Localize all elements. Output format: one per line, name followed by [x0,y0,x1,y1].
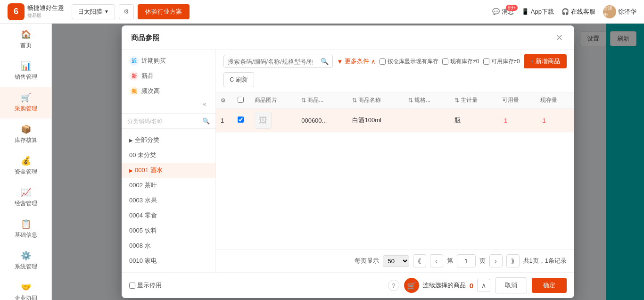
sales-icon: 📊 [21,61,31,71]
cat-item-0004[interactable]: 0004 零食 [122,208,215,223]
sidebar-label-finance: 资金管理 [15,168,37,176]
select-all-checkbox[interactable] [238,97,244,103]
search-input[interactable] [224,56,317,67]
top-nav: 6 畅捷通好生意 捷易版 日太阳膜 ▼ ⚙ 体验行业方案 💬 消息 99+ 📱 … [0,0,644,24]
filter-usable-check[interactable]: 可用库存≠0 [483,58,520,66]
add-product-button[interactable]: + 新增商品 [524,54,567,68]
cart-icon[interactable]: 🛒 [404,278,419,293]
nav-right: 💬 消息 99+ 📱 App下载 🎧 在线客服 徐泽华 徐泽华 [492,5,636,18]
message-icon: 💬 [492,8,500,15]
cancel-button[interactable]: 取消 [495,277,527,293]
cat-item-00[interactable]: 00 未分类 [122,148,215,163]
category-panel: 近 近期购买 新 新品 频 频次高 [122,50,216,272]
sidebar-item-business[interactable]: 📈 经营管理 [0,182,51,213]
filter-available-check[interactable]: 现有库存≠0 [442,58,479,66]
dialog-header: 商品参照 ✕ [122,25,574,50]
app-download-nav[interactable]: 📱 App下载 [521,8,554,16]
th-settings[interactable]: ⚙ [216,92,233,108]
dialog-footer: 显示停用 ? 🛒 连续选择的商品 0 ∧ [122,272,574,298]
modal-overlay: 商品参照 ✕ 近 近期购买 [52,24,644,300]
sidebar-item-purchase[interactable]: 🛒 采购管理 [0,87,51,118]
th-unit[interactable]: ⇅ 主计量 [450,92,497,108]
sidebar-item-sales[interactable]: 📊 销售管理 [0,55,51,87]
more-filter-button[interactable]: ▼ 更多条件 ∧ [337,57,376,66]
cart-area: 🛒 连续选择的商品 0 ∧ [404,278,490,293]
close-icon[interactable]: ✕ [553,32,565,43]
category-search-input[interactable] [127,118,200,125]
cat-item-0003[interactable]: 0003 水果 [122,193,215,208]
product-table-wrap: ⚙ 商品图片 [216,92,574,249]
page-next-button[interactable]: › [489,254,503,267]
sort-arrow-icon: ⇅ [301,97,306,104]
avatar: 徐泽华 [603,5,616,18]
category-search: 🔍 [122,114,215,129]
warehouse-checkbox[interactable] [380,58,386,65]
confirm-button[interactable]: 确定 [532,278,567,293]
show-disabled-check[interactable]: 显示停用 [129,281,162,290]
sidebar-item-basic[interactable]: 📋 基础信息 [0,213,51,245]
cat-item-0005[interactable]: 0005 饮料 [122,223,215,238]
page-prev-button[interactable]: ‹ [430,254,443,267]
finance-icon: 💰 [21,156,31,166]
cell-index: 1 [216,108,233,133]
cat-item-all[interactable]: ▶ 全部分类 [122,133,215,148]
customer-service-nav[interactable]: 🎧 在线客服 [561,8,595,16]
help-icon[interactable]: ? [388,280,399,291]
page-last-button[interactable]: ⟫ [506,254,520,267]
page-number-input[interactable] [457,254,476,267]
cell-stock: -1 [536,108,574,133]
footer-left: 显示停用 [129,281,162,290]
th-stock[interactable]: 现存量 [536,92,574,108]
search-icon[interactable]: 🔍 [202,117,210,125]
collapse-button[interactable]: « [127,99,210,109]
disabled-checkbox[interactable] [129,283,135,289]
th-name[interactable]: ⇅ 商品名称 [347,92,404,108]
shortcut-recent[interactable]: 近 近期购买 [127,53,210,68]
sidebar-item-system[interactable]: ⚙️ 系统管理 [0,245,51,276]
user-avatar-nav[interactable]: 徐泽华 徐泽华 [603,5,636,18]
gear-icon[interactable]: ⚙ [119,4,134,19]
cell-name: 白酒100ml [347,108,404,133]
active-arrow-icon: ▶ [129,168,133,173]
sidebar-label-basic: 基础信息 [15,231,37,239]
search-button-icon[interactable]: 🔍 [317,55,332,67]
cat-item-0010[interactable]: 0010 家电 [122,253,215,268]
messages-nav[interactable]: 💬 消息 99+ [492,8,514,16]
cat-item-0001[interactable]: ▶ 0001 酒水 [122,163,215,178]
phone-icon: 📱 [521,8,529,15]
cat-item-0008[interactable]: 0008 水 [122,238,215,253]
cell-checkbox[interactable] [233,108,250,133]
available-checkbox[interactable] [442,58,448,65]
table-row[interactable]: 1 🖼 000600... 白酒100ml 瓶 -1 -1 [216,108,574,133]
settings-icon: ⚙ [221,97,226,104]
usable-checkbox[interactable] [483,58,489,65]
search-input-wrap: 🔍 [223,55,333,68]
filter-warehouse-check[interactable]: 按仓库显示现有库存 [380,58,438,66]
shortcut-freq[interactable]: 频 频次高 [127,83,210,99]
logo-icon: 6 [8,3,25,20]
refresh-button[interactable]: C 刷新 [223,72,254,87]
recent-icon: 近 [129,56,139,66]
page-first-button[interactable]: ⟪ [413,254,426,267]
nav-selector[interactable]: 日太阳膜 ▼ [72,4,115,19]
sidebar-item-stock[interactable]: 📦 库存核算 [0,118,51,150]
trial-button[interactable]: 体验行业方案 [138,4,190,19]
footer-right: ? 🛒 连续选择的商品 0 ∧ 取消 确定 [388,277,567,293]
cart-collapse-button[interactable]: ∧ [477,279,490,292]
page-size-select[interactable]: 50 20 100 [383,255,409,267]
th-checkbox [233,92,250,108]
sidebar-item-home[interactable]: 🏠 首页 [0,24,51,55]
th-code[interactable]: ⇅ 商品... [297,92,347,108]
th-spec[interactable]: ⇅ 规格... [404,92,450,108]
stock-icon: 📦 [21,124,31,134]
page-total-info: 共1页，1条记录 [523,257,567,265]
sidebar-item-enterprise[interactable]: 🤝 企业协同 [0,276,51,300]
th-available[interactable]: 可用量 [497,92,536,108]
sidebar-label-business: 经营管理 [15,200,37,208]
shortcut-new[interactable]: 新 新品 [127,68,210,83]
sort-name-icon: ⇅ [352,97,357,104]
sort-unit-icon: ⇅ [454,97,459,104]
logo-sub: 捷易版 [27,12,64,19]
sidebar-item-finance[interactable]: 💰 资金管理 [0,150,51,182]
cat-item-0002[interactable]: 0002 茶叶 [122,178,215,193]
